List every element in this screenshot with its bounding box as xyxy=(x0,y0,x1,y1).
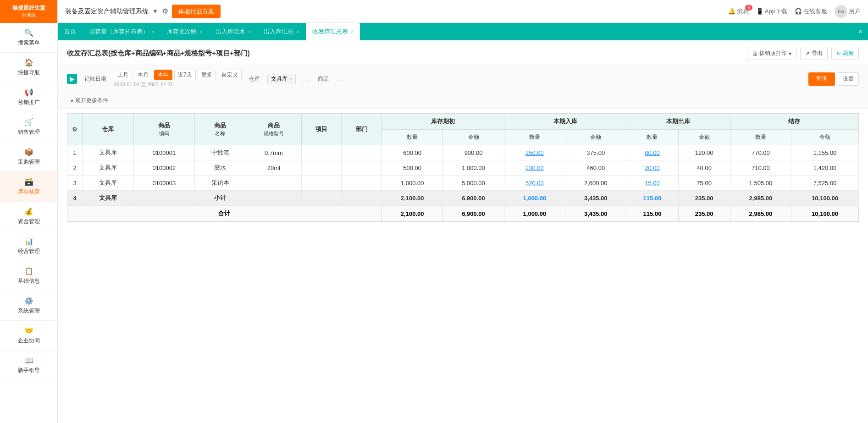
date-btn-custom[interactable]: 自定义 xyxy=(218,70,242,80)
main-table: ⚙ 仓库 商品编码 商品名称 商品规格型号 项目 部门 库存期初 本期入库 本期… xyxy=(67,113,859,222)
online-service-button[interactable]: 🎧 在线客服 xyxy=(795,7,827,16)
print-button[interactable]: 🖨 拨销版打印 ▾ xyxy=(747,47,796,60)
sidebar-item-sales[interactable]: 🛒 销售管理 xyxy=(0,112,57,142)
tab-close-icon[interactable]: × xyxy=(296,29,299,34)
col-out: 本期出库 xyxy=(626,114,730,130)
tab-receive-summary[interactable]: 收发存汇总表 × xyxy=(306,23,360,40)
row-in-amt: 3,435.00 xyxy=(565,191,626,206)
footer-label: 合计 xyxy=(67,206,382,222)
user-menu[interactable]: Ea 用户 xyxy=(835,5,861,18)
sidebar-item-search[interactable]: 🔍 搜索菜单 xyxy=(0,23,57,53)
expand-more-button[interactable]: ▾ 展开更多条件 xyxy=(67,95,859,106)
main-area: 装备及固定资产辅助管理系统 ▼ ⚙ 体验行业方案 🔔 消息 6 📱 App下载 … xyxy=(58,0,868,423)
row-goods-name: 胶水 xyxy=(195,160,246,176)
row-in-qty[interactable]: 230.00 xyxy=(504,160,565,176)
filter-toggle-button[interactable]: ▶ xyxy=(67,74,77,84)
export-button[interactable]: ↗ 导出 xyxy=(800,47,828,60)
expand-icon: ▾ xyxy=(71,98,73,104)
tab-label: 收发存汇总表 xyxy=(312,27,348,36)
date-options: 上月 本月 本年 近7天 更多 自定义 2023-01-01 至 2023-12… xyxy=(114,70,242,88)
notification-button[interactable]: 🔔 消息 6 xyxy=(728,7,749,16)
row-out-qty[interactable]: 80.00 xyxy=(626,145,678,160)
search-icon: 🔍 xyxy=(24,28,33,37)
footer-bal-amt: 10,100.00 xyxy=(791,206,859,222)
goods-more-dots[interactable]: ... xyxy=(336,76,344,82)
col-goods-spec: 商品规格型号 xyxy=(246,114,301,145)
tab-inout-flow[interactable]: 出入库流水 × xyxy=(209,23,257,40)
inventory-icon: 🗃️ xyxy=(24,177,33,186)
tab-inventory-dist[interactable]: 现存量（库存分布表） × xyxy=(83,23,160,40)
filter-settings-button[interactable]: 设置 xyxy=(838,72,859,86)
sidebar: 畅捷通好生意 标准版 🔍 搜索菜单 🏠 快捷导航 📢 营销推广 🛒 销售管理 📦… xyxy=(0,0,58,423)
col-goods-name: 商品名称 xyxy=(195,114,246,145)
row-bal-qty: 2,985.00 xyxy=(730,191,791,206)
col-in-amt: 金额 xyxy=(565,130,626,145)
row-in-qty[interactable]: 250.00 xyxy=(504,145,565,160)
row-goods-code xyxy=(133,191,194,206)
row-out-qty[interactable]: 115.00 xyxy=(626,191,678,206)
sidebar-item-inventory[interactable]: 🗃️ 库存核算 xyxy=(0,172,57,202)
date-btn-7days[interactable]: 近7天 xyxy=(174,70,196,80)
row-in-qty[interactable]: 1,000.00 xyxy=(504,191,565,206)
sidebar-item-purchase[interactable]: 📦 采购管理 xyxy=(0,142,57,172)
sidebar-item-finance[interactable]: 💰 资金管理 xyxy=(0,202,57,231)
close-all-tabs-button[interactable]: × xyxy=(853,23,868,40)
sidebar-item-label: 搜索菜单 xyxy=(18,39,40,47)
row-goods-code: 0100003 xyxy=(133,176,194,191)
date-btn-last-month[interactable]: 上月 xyxy=(114,70,132,80)
row-bal-amt: 1,420.00 xyxy=(791,160,859,176)
date-range: 2023-01-01 至 2023-12-31 xyxy=(114,81,173,88)
date-btn-this-month[interactable]: 本月 xyxy=(134,70,152,80)
settings-icon[interactable]: ⚙ xyxy=(162,7,168,16)
row-out-qty[interactable]: 15.00 xyxy=(626,176,678,191)
date-label: 记账日期 xyxy=(84,75,106,83)
date-btn-this-year[interactable]: 本年 xyxy=(154,70,172,80)
warehouse-tag-close[interactable]: × xyxy=(289,77,292,82)
table-settings-icon[interactable]: ⚙ xyxy=(72,126,77,133)
guide-icon: 📖 xyxy=(24,356,33,365)
sidebar-item-operation[interactable]: 📊 经营管理 xyxy=(0,231,57,261)
row-project xyxy=(301,191,342,206)
row-goods-code: 0100001 xyxy=(133,145,194,160)
expand-label: 展开更多条件 xyxy=(75,97,108,104)
sidebar-item-collab[interactable]: 🤝 企业协同 xyxy=(0,321,57,351)
row-in-amt: 375.00 xyxy=(565,145,626,160)
tab-home[interactable]: 首页 xyxy=(58,23,83,40)
col-bal-qty: 数量 xyxy=(730,130,791,145)
app-download-label: App下载 xyxy=(765,7,787,16)
row-goods-spec: 20ml xyxy=(246,160,301,176)
sidebar-item-base[interactable]: 📋 基础信息 xyxy=(0,261,57,291)
col-out-amt: 金额 xyxy=(678,130,730,145)
sidebar-item-system[interactable]: ⚙️ 系统管理 xyxy=(0,291,57,321)
table-row: 3文具库0100003采访本1,000.005,000.00520.002,60… xyxy=(67,176,859,191)
row-in-amt: 460.00 xyxy=(565,160,626,176)
tab-close-icon[interactable]: × xyxy=(199,29,202,34)
table-row: 4文具库小计2,100.006,900.001,000.003,435.0011… xyxy=(67,191,859,206)
sidebar-item-quicknav[interactable]: 🏠 快捷导航 xyxy=(0,53,57,82)
tab-inventory-batch[interactable]: 库存批次账 × xyxy=(160,23,209,40)
refresh-button[interactable]: ↻ 刷新 xyxy=(831,47,859,60)
app-download-button[interactable]: 📱 App下载 xyxy=(756,7,787,16)
sidebar-item-marketing[interactable]: 📢 营销推广 xyxy=(0,82,57,112)
tab-close-icon[interactable]: × xyxy=(351,29,354,34)
row-out-qty[interactable]: 20.00 xyxy=(626,160,678,176)
filter-bar: ▶ 记账日期 上月 本月 本年 近7天 更多 自定义 2023-01-01 至 … xyxy=(58,65,868,93)
sidebar-item-guide[interactable]: 📖 新手引导 xyxy=(0,351,57,380)
system-dropdown[interactable]: ▼ xyxy=(152,8,158,15)
col-department: 部门 xyxy=(342,114,382,145)
sidebar-item-label: 采购管理 xyxy=(18,158,40,166)
tab-inout-summary[interactable]: 出入库汇总 × xyxy=(257,23,305,40)
megaphone-icon: 📢 xyxy=(24,88,33,97)
row-no: 4 xyxy=(67,191,83,206)
header-left: 装备及固定资产辅助管理系统 ▼ ⚙ 体验行业方案 xyxy=(65,5,221,18)
date-btn-more[interactable]: 更多 xyxy=(198,70,216,80)
online-service-label: 在线客服 xyxy=(803,7,827,16)
row-in-qty[interactable]: 520.00 xyxy=(504,176,565,191)
tab-close-icon[interactable]: × xyxy=(151,29,154,34)
export-icon: ↗ xyxy=(805,50,810,57)
try-button[interactable]: 体验行业方案 xyxy=(172,5,221,18)
query-button[interactable]: 查询 xyxy=(808,72,835,86)
tab-close-icon[interactable]: × xyxy=(248,29,251,34)
col-out-qty: 数量 xyxy=(626,130,678,145)
warehouse-more-dots[interactable]: ... xyxy=(303,76,311,82)
